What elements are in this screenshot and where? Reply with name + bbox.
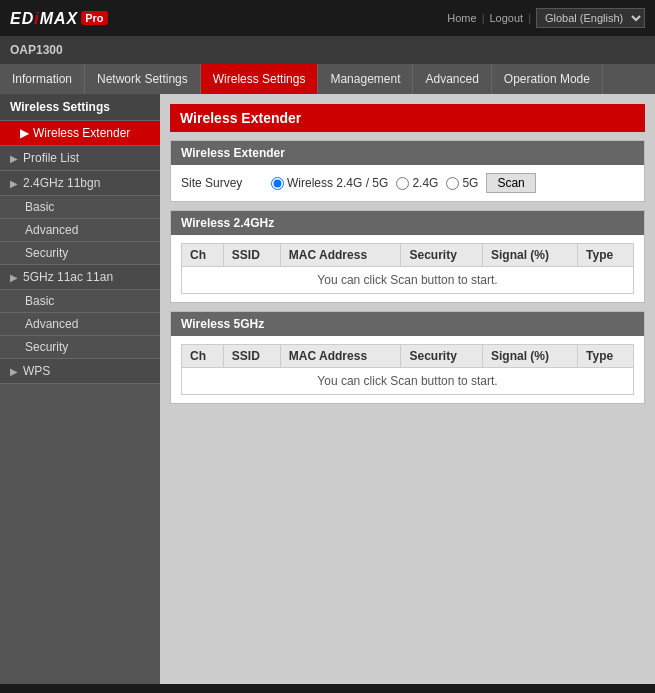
logo-pro: Pro [81,11,107,25]
col-mac-24: MAC Address [280,244,401,267]
nav-item-management[interactable]: Management [318,64,413,94]
arrow-icon: ▶ [10,178,18,189]
col-ssid-5g: SSID [223,345,280,368]
nav-item-operation-mode[interactable]: Operation Mode [492,64,603,94]
model-name: OAP1300 [10,43,130,57]
col-ch-5g: Ch [182,345,224,368]
wireless-24-body: Ch SSID MAC Address Security Signal (%) … [171,235,644,302]
wireless-24-box: Wireless 2.4GHz Ch SSID MAC Address Secu… [170,210,645,303]
radio-5g-input[interactable] [446,177,459,190]
radio-group: Wireless 2.4G / 5G 2.4G 5G Scan [271,173,536,193]
sidebar-item-security-5g[interactable]: Security [0,336,160,359]
header-links: Home | Logout | Global (English) [447,8,645,28]
col-ch-24: Ch [182,244,224,267]
sidebar-item-basic-2g[interactable]: Basic [0,196,160,219]
arrow-icon: ▶ [10,272,18,283]
wireless-24-header: Wireless 2.4GHz [171,211,644,235]
sidebar-item-advanced-5g[interactable]: Advanced [0,313,160,336]
col-security-24: Security [401,244,483,267]
wireless-5g-tbody: You can click Scan button to start. [182,368,634,395]
wireless-24-table: Ch SSID MAC Address Security Signal (%) … [181,243,634,294]
wireless-5g-empty: You can click Scan button to start. [182,368,634,395]
radio-both-input[interactable] [271,177,284,190]
radio-both[interactable]: Wireless 2.4G / 5G [271,176,388,190]
radio-5g[interactable]: 5G [446,176,478,190]
wireless-24-tbody: You can click Scan button to start. [182,267,634,294]
nav-bar: InformationNetwork SettingsWireless Sett… [0,64,655,94]
arrow-icon: ▶ [10,153,18,164]
radio-2g-input[interactable] [396,177,409,190]
sep2: | [528,12,531,24]
wireless-5g-empty-row: You can click Scan button to start. [182,368,634,395]
wireless-24-empty-row: You can click Scan button to start. [182,267,634,294]
nav-item-network-settings[interactable]: Network Settings [85,64,201,94]
nav-item-wireless-settings[interactable]: Wireless Settings [201,64,319,94]
wireless-extender-body: Site Survey Wireless 2.4G / 5G 2.4G 5 [171,165,644,201]
sep1: | [482,12,485,24]
sidebar-item-2ghz[interactable]: ▶2.4GHz 11bgn [0,171,160,196]
site-survey-row: Site Survey Wireless 2.4G / 5G 2.4G 5 [181,173,634,193]
col-signal-5g: Signal (%) [483,345,578,368]
wireless-5g-box: Wireless 5GHz Ch SSID MAC Address Securi… [170,311,645,404]
col-signal-24: Signal (%) [483,244,578,267]
wireless-24-empty: You can click Scan button to start. [182,267,634,294]
arrow-icon: ▶ [10,366,18,377]
header: EDiMAX Pro Home | Logout | Global (Engli… [0,0,655,36]
nav-item-advanced[interactable]: Advanced [413,64,491,94]
col-security-5g: Security [401,345,483,368]
page-title: Wireless Extender [170,104,645,132]
wireless-5g-table: Ch SSID MAC Address Security Signal (%) … [181,344,634,395]
wireless-extender-header: Wireless Extender [171,141,644,165]
sidebar-section-header: Wireless Settings [0,94,160,121]
logout-link[interactable]: Logout [489,12,523,24]
content-area: Wireless Extender Wireless Extender Site… [160,94,655,684]
logo-text: EDiMAX [10,8,78,29]
wireless-extender-box: Wireless Extender Site Survey Wireless 2… [170,140,645,202]
col-mac-5g: MAC Address [280,345,401,368]
wireless-5g-body: Ch SSID MAC Address Security Signal (%) … [171,336,644,403]
sidebar-item-profile-list[interactable]: ▶Profile List [0,146,160,171]
sidebar-item-advanced-2g[interactable]: Advanced [0,219,160,242]
wireless-24-thead: Ch SSID MAC Address Security Signal (%) … [182,244,634,267]
model-bar: OAP1300 [0,36,655,64]
scan-button[interactable]: Scan [486,173,535,193]
col-ssid-24: SSID [223,244,280,267]
sidebar-item-5ghz[interactable]: ▶5GHz 11ac 11an [0,265,160,290]
nav-item-information[interactable]: Information [0,64,85,94]
active-arrow: ▶ [20,126,29,140]
sidebar-item-wps[interactable]: ▶WPS [0,359,160,384]
col-type-24: Type [578,244,634,267]
home-link[interactable]: Home [447,12,476,24]
radio-2g-label: 2.4G [412,176,438,190]
wireless-5g-header: Wireless 5GHz [171,312,644,336]
sidebar: Wireless Settings▶Wireless Extender▶Prof… [0,94,160,684]
wireless-5g-thead: Ch SSID MAC Address Security Signal (%) … [182,345,634,368]
site-survey-label: Site Survey [181,176,261,190]
footer: Copyright 2017 © EDIMAX Technology Co., … [0,684,655,693]
main-layout: Wireless Settings▶Wireless Extender▶Prof… [0,94,655,684]
wireless-5g-header-row: Ch SSID MAC Address Security Signal (%) … [182,345,634,368]
sidebar-item-wireless-extender[interactable]: ▶Wireless Extender [0,121,160,146]
radio-both-label: Wireless 2.4G / 5G [287,176,388,190]
radio-5g-label: 5G [462,176,478,190]
sidebar-item-basic-5g[interactable]: Basic [0,290,160,313]
radio-2g[interactable]: 2.4G [396,176,438,190]
wireless-24-header-row: Ch SSID MAC Address Security Signal (%) … [182,244,634,267]
language-select[interactable]: Global (English) [536,8,645,28]
logo: EDiMAX Pro [10,8,108,29]
logo-brand: EDiMAX [10,10,78,27]
col-type-5g: Type [578,345,634,368]
sidebar-item-security-2g[interactable]: Security [0,242,160,265]
